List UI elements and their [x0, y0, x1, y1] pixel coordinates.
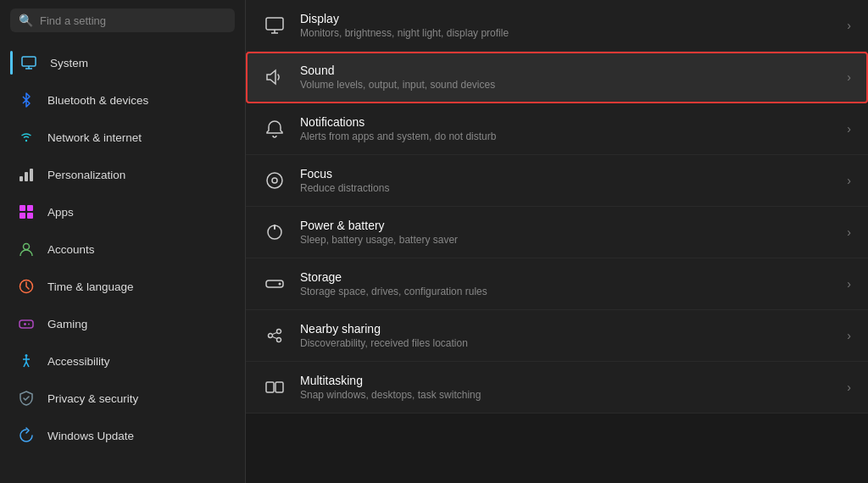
svg-point-32	[269, 334, 273, 338]
svg-rect-10	[27, 213, 33, 219]
sound-subtitle: Volume levels, output, input, sound devi…	[300, 79, 833, 91]
svg-point-3	[25, 140, 27, 142]
storage-text: Storage Storage space, drives, configura…	[300, 270, 833, 297]
power-chevron: ›	[847, 225, 851, 239]
settings-list: Display Monitors, brightness, night ligh…	[246, 0, 868, 414]
svg-point-26	[267, 173, 282, 188]
sidebar-item-bluetooth[interactable]: Bluetooth & devices	[5, 82, 240, 118]
focus-chevron: ›	[847, 174, 851, 187]
search-icon: 🔍	[19, 14, 33, 27]
svg-point-31	[279, 283, 281, 286]
sidebar-item-privacy[interactable]: Privacy & security	[5, 380, 240, 416]
nearby-chevron: ›	[847, 329, 851, 342]
svg-marker-25	[267, 70, 275, 84]
notifications-subtitle: Alerts from apps and system, do not dist…	[300, 130, 833, 142]
bluetooth-icon	[17, 91, 36, 109]
sidebar-item-bluetooth-label: Bluetooth & devices	[47, 94, 148, 107]
svg-point-33	[277, 330, 281, 334]
sidebar-item-accounts[interactable]: Accounts	[5, 231, 240, 267]
notifications-text: Notifications Alerts from apps and syste…	[300, 115, 833, 142]
multitasking-icon	[263, 375, 287, 399]
search-input[interactable]	[40, 14, 226, 27]
sidebar-item-accessibility-label: Accessibility	[47, 355, 110, 368]
sidebar-item-apps[interactable]: Apps	[5, 194, 240, 230]
settings-item-multitasking[interactable]: Multitasking Snap windows, desktops, tas…	[246, 362, 868, 414]
svg-line-35	[273, 333, 277, 335]
nearby-title: Nearby sharing	[300, 322, 833, 336]
sidebar-item-network[interactable]: Network & internet	[5, 119, 240, 155]
apps-icon	[17, 203, 36, 221]
settings-item-nearby[interactable]: Nearby sharing Discoverability, received…	[246, 310, 868, 362]
time-icon	[17, 277, 36, 296]
sidebar-item-personalization-label: Personalization	[47, 169, 125, 181]
storage-chevron: ›	[847, 277, 851, 291]
display-icon	[263, 14, 287, 37]
nearby-subtitle: Discoverability, received files location	[300, 337, 833, 349]
settings-item-storage[interactable]: Storage Storage space, drives, configura…	[246, 258, 868, 310]
sidebar-item-system[interactable]: System	[5, 45, 240, 80]
sound-title: Sound	[300, 64, 833, 77]
notifications-title: Notifications	[300, 115, 833, 129]
sidebar-item-system-label: System	[50, 57, 88, 69]
svg-line-36	[273, 337, 277, 339]
gaming-icon	[17, 314, 36, 333]
svg-rect-4	[19, 176, 23, 181]
sidebar-item-time-label: Time & language	[47, 280, 134, 293]
multitasking-subtitle: Snap windows, desktops, task switching	[300, 389, 833, 401]
svg-point-27	[272, 178, 277, 183]
accessibility-icon	[17, 352, 36, 370]
network-icon	[17, 128, 36, 147]
sidebar: 🔍 System Bluetooth & devices	[0, 0, 246, 483]
svg-rect-5	[25, 172, 28, 181]
svg-rect-8	[27, 205, 33, 211]
main-content: Display Monitors, brightness, night ligh…	[246, 0, 868, 483]
svg-rect-7	[19, 205, 25, 211]
update-icon	[17, 426, 36, 445]
svg-point-34	[277, 338, 281, 342]
sidebar-item-personalization[interactable]: Personalization	[5, 157, 240, 192]
settings-item-notifications[interactable]: Notifications Alerts from apps and syste…	[246, 103, 868, 155]
svg-point-16	[28, 324, 30, 325]
svg-rect-38	[275, 382, 283, 392]
settings-item-power[interactable]: Power & battery Sleep, battery usage, ba…	[246, 207, 868, 258]
privacy-icon	[17, 389, 36, 408]
focus-text: Focus Reduce distractions	[300, 167, 833, 194]
personalization-icon	[17, 165, 36, 184]
sidebar-item-gaming[interactable]: Gaming	[5, 306, 240, 341]
storage-subtitle: Storage space, drives, configuration rul…	[300, 286, 833, 297]
multitasking-chevron: ›	[847, 380, 851, 394]
power-text: Power & battery Sleep, battery usage, ba…	[300, 219, 833, 246]
settings-item-display[interactable]: Display Monitors, brightness, night ligh…	[246, 0, 868, 52]
svg-point-11	[24, 244, 30, 250]
storage-title: Storage	[300, 270, 833, 284]
svg-rect-0	[22, 57, 36, 66]
sidebar-item-accessibility[interactable]: Accessibility	[5, 343, 240, 379]
display-text: Display Monitors, brightness, night ligh…	[300, 12, 833, 39]
svg-point-17	[25, 354, 28, 357]
sidebar-item-accounts-label: Accounts	[47, 243, 95, 256]
sidebar-item-update[interactable]: Windows Update	[5, 418, 240, 453]
display-chevron: ›	[847, 19, 851, 32]
sidebar-item-update-label: Windows Update	[47, 430, 134, 442]
focus-title: Focus	[300, 167, 833, 180]
multitasking-text: Multitasking Snap windows, desktops, tas…	[300, 374, 833, 401]
notifications-chevron: ›	[847, 122, 851, 136]
svg-line-20	[24, 362, 26, 367]
multitasking-title: Multitasking	[300, 374, 833, 387]
system-icon	[19, 53, 38, 72]
settings-item-sound[interactable]: Sound Volume levels, output, input, soun…	[246, 52, 868, 103]
power-title: Power & battery	[300, 219, 833, 232]
sidebar-item-gaming-label: Gaming	[47, 318, 87, 330]
power-subtitle: Sleep, battery usage, battery saver	[300, 234, 833, 246]
sidebar-item-privacy-label: Privacy & security	[47, 392, 138, 405]
display-title: Display	[300, 12, 833, 25]
focus-icon	[263, 169, 287, 192]
storage-icon	[263, 272, 287, 296]
nearby-text: Nearby sharing Discoverability, received…	[300, 322, 833, 349]
sidebar-item-time[interactable]: Time & language	[5, 269, 240, 304]
svg-rect-9	[19, 213, 25, 219]
search-box[interactable]: 🔍	[10, 8, 235, 32]
nearby-icon	[263, 324, 287, 347]
settings-item-focus[interactable]: Focus Reduce distractions ›	[246, 155, 868, 207]
accounts-icon	[17, 240, 36, 258]
